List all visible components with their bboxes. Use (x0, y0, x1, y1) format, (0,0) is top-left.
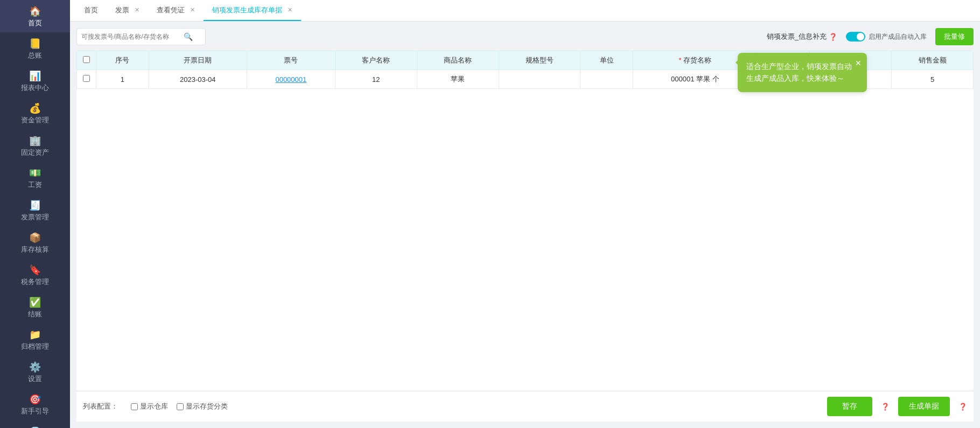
select-all-header[interactable] (77, 51, 96, 70)
close-active-tab-icon[interactable]: ✕ (288, 6, 292, 13)
funds-icon: 💰 (29, 103, 41, 113)
search-icon: 🔍 (184, 32, 193, 41)
cell-date: 2023-03-04 (149, 70, 247, 89)
show-category-checkbox[interactable] (177, 403, 184, 410)
sidebar-item-ledger[interactable]: 📒 总账 (0, 32, 70, 65)
sidebar-item-funds[interactable]: 💰 资金管理 (0, 97, 70, 129)
sidebar-item-settle[interactable]: ✅ 结账 (0, 291, 70, 323)
select-all-checkbox[interactable] (83, 56, 90, 63)
toolbar-right: 销项发票_信息补充 ❓ 启用产成品自动入库 批量修 (767, 28, 974, 45)
data-table-wrap: 序号 开票日期 票号 客户名称 商品名称 规格型号 单位 * 存货名称 数量 销… (76, 51, 974, 391)
col-unit: 单位 (580, 51, 633, 70)
tax-icon: 🔖 (29, 265, 41, 275)
tab-active[interactable]: 销项发票生成库存单据 ✕ (204, 0, 301, 21)
sidebar-item-label: 首页 (28, 18, 42, 28)
sidebar-item-guide[interactable]: 🎯 新手引导 (0, 388, 70, 420)
info-label: 销项发票_信息补充 ❓ (767, 32, 837, 42)
sidebar-item-settings[interactable]: ⚙️ 设置 (0, 356, 70, 388)
cell-unit (580, 70, 633, 89)
sidebar-item-label: 税务管理 (21, 277, 49, 287)
col-spec: 规格型号 (499, 51, 580, 70)
row-checkbox[interactable] (83, 75, 90, 82)
sidebar-item-vip[interactable]: 💎 畅会员 (0, 420, 70, 428)
payroll-icon: 💵 (29, 168, 41, 178)
sidebar-item-label: 报表中心 (21, 83, 49, 93)
sidebar-item-label: 发票管理 (21, 212, 49, 222)
report-icon: 📊 (29, 71, 41, 81)
bottom-bar: 列表配置： 显示仓库 显示存货分类 暂存 ❓ 生成单据 ❓ (76, 391, 974, 422)
save-help-icon[interactable]: ❓ (881, 403, 890, 411)
bottom-actions: 暂存 ❓ 生成单据 ❓ (827, 397, 967, 416)
list-config-label: 列表配置： (83, 402, 118, 411)
main-area: 首页 发票 ✕ 查看凭证 ✕ 销项发票生成库存单据 ✕ 🔍 销项发票_信息补充 (70, 0, 980, 428)
guide-icon: 🎯 (29, 395, 41, 404)
sidebar-item-label: 归档管理 (21, 342, 49, 351)
close-voucher-tab-icon[interactable]: ✕ (190, 6, 195, 13)
assets-icon: 🏢 (29, 136, 41, 146)
archive-icon: 📁 (29, 330, 41, 340)
sidebar-item-invoice[interactable]: 🧾 发票管理 (0, 194, 70, 226)
cell-customer: 12 (335, 70, 417, 89)
info-help-icon[interactable]: ❓ (829, 33, 837, 41)
sidebar-item-report[interactable]: 📊 报表中心 (0, 65, 70, 97)
auto-warehouse-toggle[interactable] (846, 32, 865, 42)
inventory-icon: 📦 (29, 233, 41, 243)
cell-seq: 1 (96, 70, 149, 89)
toolbar: 🔍 销项发票_信息补充 ❓ 启用产成品自动入库 批量修 (76, 28, 974, 45)
sidebar-item-label: 库存核算 (21, 245, 49, 254)
col-date: 开票日期 (149, 51, 247, 70)
cell-ticket[interactable]: 00000001 (247, 70, 335, 89)
tabbar: 首页 发票 ✕ 查看凭证 ✕ 销项发票生成库存单据 ✕ (70, 0, 980, 22)
col-amount: 销售金额 (892, 51, 974, 70)
tooltip-close-icon[interactable]: ✕ (855, 57, 862, 69)
sidebar-item-home[interactable]: 🏠 首页 (0, 0, 70, 32)
sidebar-item-assets[interactable]: 🏢 固定资产 (0, 129, 70, 162)
sidebar-item-payroll[interactable]: 💵 工资 (0, 162, 70, 194)
toggle-label: 启用产成品自动入库 (869, 32, 927, 42)
sidebar-item-label: 新手引导 (21, 406, 49, 416)
search-box[interactable]: 🔍 (76, 28, 206, 45)
sidebar-item-label: 资金管理 (21, 115, 49, 125)
col-customer: 客户名称 (335, 51, 417, 70)
sidebar-item-label: 结账 (28, 309, 42, 319)
sidebar-item-label: 设置 (28, 374, 42, 384)
info-label-text: 销项发票_信息补充 (767, 32, 827, 42)
tab-home[interactable]: 首页 (75, 0, 107, 21)
tab-voucher[interactable]: 查看凭证 ✕ (148, 0, 204, 21)
sidebar-item-tax[interactable]: 🔖 税务管理 (0, 259, 70, 291)
close-invoice-tab-icon[interactable]: ✕ (135, 6, 139, 13)
col-product: 商品名称 (417, 51, 499, 70)
cell-product: 苹果 (417, 70, 499, 89)
show-warehouse-checkbox[interactable] (131, 403, 138, 410)
generate-help-icon[interactable]: ❓ (958, 403, 967, 411)
tab-voucher-label: 查看凭证 (157, 5, 185, 15)
search-input[interactable] (81, 33, 184, 40)
tooltip-bubble: ✕ 适合生产型企业，销项发票自动生成产成品入库，快来体验～ (738, 53, 867, 92)
sidebar-item-label: 工资 (28, 180, 42, 190)
tab-active-label: 销项发票生成库存单据 (212, 5, 282, 15)
sidebar: 🏠 首页 📒 总账 📊 报表中心 💰 资金管理 🏢 固定资产 💵 工资 🧾 发票… (0, 0, 70, 428)
col-seq: 序号 (96, 51, 149, 70)
sidebar-item-inventory[interactable]: 📦 库存核算 (0, 226, 70, 259)
cell-amount: 5 (892, 70, 974, 89)
sidebar-item-label: 总账 (28, 51, 42, 60)
tab-invoice[interactable]: 发票 ✕ (107, 0, 148, 21)
toggle-wrap: 启用产成品自动入库 (846, 32, 927, 42)
sidebar-item-label: 固定资产 (21, 148, 49, 157)
content-area: 🔍 销项发票_信息补充 ❓ 启用产成品自动入库 批量修 (70, 22, 980, 428)
ledger-icon: 📒 (29, 39, 41, 49)
settle-icon: ✅ (29, 298, 41, 307)
save-button[interactable]: 暂存 (827, 397, 872, 416)
sidebar-item-archive[interactable]: 📁 归档管理 (0, 323, 70, 356)
tab-home-label: 首页 (84, 5, 98, 15)
tooltip-text: 适合生产型企业，销项发票自动生成产成品入库，快来体验～ (746, 62, 852, 82)
generate-button[interactable]: 生成单据 (898, 397, 950, 416)
home-icon: 🏠 (29, 6, 41, 16)
settings-icon: ⚙️ (29, 362, 41, 372)
invoice-icon: 🧾 (29, 201, 41, 210)
show-warehouse-label[interactable]: 显示仓库 (131, 402, 168, 411)
row-checkbox-cell[interactable] (77, 70, 96, 89)
cell-spec (499, 70, 580, 89)
batch-button[interactable]: 批量修 (935, 28, 974, 45)
show-category-label[interactable]: 显示存货分类 (177, 402, 228, 411)
